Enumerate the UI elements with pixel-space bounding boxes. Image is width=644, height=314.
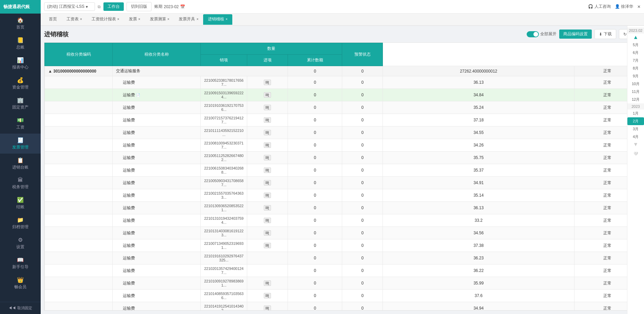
copy-icon[interactable]: ⧉ [98, 4, 101, 9]
cal-month-12[interactable]: 12月 [627, 96, 641, 103]
sidebar-item-ledger[interactable]: 📒 总账 [0, 34, 41, 54]
tab-close-salary[interactable]: × [80, 17, 82, 21]
toggle-switch[interactable] [527, 31, 539, 37]
sidebar-item-label: 设置 [16, 244, 24, 250]
cell-item-name: 运输费 [113, 290, 201, 302]
table-row[interactable]: 运输费2210131019432403759 4...吨0033.2正常 [45, 214, 640, 227]
cal-month-1[interactable]: 1月 [627, 110, 641, 117]
tab-close-invoice[interactable]: × [138, 17, 140, 21]
tab-close-salary-stats[interactable]: × [117, 17, 119, 21]
cal-month-6[interactable]: 6月 [627, 49, 641, 57]
cell-cumulative: 35.99 [383, 277, 574, 290]
reconcile-table: 税收分类编码 税收分类名称 数量 预警状态 销项 进项 累计数额 ▲ 30100… [44, 43, 640, 311]
table-row[interactable]: 运输费2210072157376219412 7...吨0037.18正常 [45, 114, 640, 126]
table-row[interactable]: 运输费2210191610292976437 325...0036.23正常 [45, 252, 640, 264]
page-header: 进销稽核 全部展开 商品编码设置 ⬇ 下载 ↻ 刷新 [44, 29, 641, 39]
cell-cumulative: 35.14 [383, 189, 574, 202]
cell-tax-id: 2210131403081619122 3... [201, 227, 247, 239]
avatar-icon: 👤 [615, 4, 620, 9]
cell-item-name: 运输费 [113, 114, 201, 126]
cal-month-8[interactable]: 8月 [627, 64, 641, 72]
table-row[interactable]: 运输费2210100919278983869 1...吨0035.99正常 [45, 277, 640, 290]
table-row[interactable]: 运输费2210130936520853522 1...吨0036.13正常 [45, 202, 640, 214]
tab-salary-stats[interactable]: 工资统计报表 × [87, 14, 124, 25]
cell-tax-id: 2210100919278983869 1... [201, 277, 247, 290]
cal-month-4[interactable]: 4月 [627, 133, 641, 141]
cell-tag: 吨 [247, 227, 288, 239]
unpin-button[interactable]: ◀◀ 取消固定 [0, 302, 41, 314]
sidebar-item-settle[interactable]: ✅ 结账 [0, 193, 41, 213]
period-selector[interactable]: 账期 2023-02 📅 [154, 4, 185, 9]
sidebar-item-salary[interactable]: 💵 工资 [0, 114, 41, 134]
header-actions: 全部展开 商品编码设置 ⬇ 下载 ↻ 刷新 [527, 29, 641, 39]
sidebar-item-report[interactable]: 📊 报表中心 [0, 54, 41, 74]
cal-down-arrow[interactable]: ▼ [632, 141, 639, 148]
table-row[interactable]: 运输费2210081009453230371 7...吨0034.26正常 [45, 139, 640, 152]
tab-close-invoice-open[interactable]: × [196, 17, 198, 21]
cal-month-11[interactable]: 11月 [627, 88, 641, 96]
table-row[interactable]: 运输费2210051125282667480 2...吨0035.75正常 [45, 152, 640, 164]
cal-month-10[interactable]: 10月 [627, 80, 641, 88]
table-row[interactable]: 运输费2210021557035764363 3...吨0035.14正常 [45, 189, 640, 202]
table-row[interactable]: 运输费2210191036192170753 6...吨0035.24正常 [45, 101, 640, 114]
cal-month-3[interactable]: 3月 [627, 125, 641, 133]
workspace-button[interactable]: 工作台 [103, 2, 124, 11]
table-row[interactable]: 运输费2210141912541014340 2...吨0034.94正常 [45, 302, 640, 311]
cell-sale: 0 [288, 264, 342, 277]
table-row[interactable]: 运输费2210131403081619122 3...吨0034.56正常 [45, 227, 640, 239]
sidebar-item-guide[interactable]: 📖 新手引导 [0, 253, 41, 273]
table-row[interactable]: 运输费2210050903431708658 7...吨0034.91正常 [45, 177, 640, 189]
table-row[interactable]: 运输费2210140859357103563 6...吨0037.6正常 [45, 290, 640, 302]
sidebar-item-fund[interactable]: 💰 资金管理 [0, 74, 41, 94]
sidebar-item-tax[interactable]: 🏛 税务管理 [0, 174, 41, 193]
cal-month-7[interactable]: 7月 [627, 57, 641, 64]
download-button[interactable]: ⬇ 下载 [594, 29, 616, 39]
cell-item-name: 运输费 [113, 101, 201, 114]
tab-close-reconcile[interactable]: × [226, 17, 228, 21]
tab-close-invoice-calc[interactable]: × [168, 17, 170, 21]
table-row[interactable]: 运输费2210111143592152210 ...吨0034.55正常 [45, 126, 640, 139]
cell-cumulative: 34.94 [383, 302, 574, 311]
col-tax-code: 税收分类编码 [45, 43, 113, 66]
cell-code-empty [45, 152, 113, 164]
cell-tax-id: 2210052338178017656 7... [201, 76, 247, 89]
close-button[interactable]: ✕ [637, 4, 641, 9]
sidebar-item-invoice[interactable]: 🧾 发票管理 [0, 134, 41, 154]
table-row[interactable]: 运输费2210052338178017656 7...吨0036.13正常 [45, 76, 640, 89]
table-row[interactable]: 运输费2210201357429400124 7...0036.22正常 [45, 264, 640, 277]
support-button[interactable]: 🎧 人工咨询 [588, 4, 610, 9]
cell-tag: 吨 [247, 114, 288, 126]
sidebar-item-settings[interactable]: ⚙ 设置 [0, 233, 41, 253]
cell-tag: 吨 [247, 277, 288, 290]
table-row[interactable]: ▲ 3010000000000000000交通运输服务0027262.40000… [45, 66, 640, 76]
company-selector[interactable]: (勿动) 江西报宝-LSS ▾ [44, 2, 95, 11]
expand-toggle[interactable]: 全部展开 [527, 31, 557, 37]
table-row[interactable]: 运输费2210071349052319693 1...吨0037.38正常 [45, 239, 640, 252]
cell-purchase: 0 [342, 264, 383, 277]
cal-month-9[interactable]: 9月 [627, 72, 641, 80]
tab-home[interactable]: 首页 [44, 14, 62, 25]
cell-sale: 0 [288, 189, 342, 202]
tab-salary-table[interactable]: 工资表 × [62, 14, 87, 25]
tab-invoice-open[interactable]: 发票开具 × [174, 14, 203, 25]
table-row[interactable]: 运输费2210061508340340268 8...吨0035.37正常 [45, 164, 640, 177]
table-row[interactable]: 运输费 📄2210091503139659222 4...吨0034.84正常 [45, 89, 640, 101]
tab-invoice[interactable]: 发票 × [124, 14, 145, 25]
cell-tax-id: 2210081009453230371 7... [201, 139, 247, 152]
switch-version-button[interactable]: 切到旧版 [126, 2, 152, 11]
cal-heart-icon[interactable]: 🤍 [633, 152, 638, 156]
sidebar-item-purchase[interactable]: 📋 进销台账 [0, 154, 41, 174]
tab-reconcile[interactable]: 进销稽核 × [203, 14, 232, 25]
cell-purchase: 0 [342, 302, 383, 311]
cell-cumulative: 34.26 [383, 139, 574, 152]
cell-purchase: 0 [342, 189, 383, 202]
sidebar-item-home[interactable]: 🏠 首页 [0, 14, 41, 34]
sidebar-item-member[interactable]: 👑 畅会员 [0, 273, 41, 293]
sidebar-item-archive[interactable]: 📁 归档管理 [0, 213, 41, 233]
product-code-button[interactable]: 商品编码设置 [559, 30, 592, 39]
sidebar-item-asset[interactable]: 🏢 固定资产 [0, 94, 41, 114]
tab-invoice-calc[interactable]: 发票测算 × [145, 14, 174, 25]
user-menu[interactable]: 👤 徐泽华 [615, 4, 633, 9]
cal-month-2-active[interactable]: 2月 [627, 117, 641, 125]
cal-month-5[interactable]: 5月 [627, 42, 641, 49]
